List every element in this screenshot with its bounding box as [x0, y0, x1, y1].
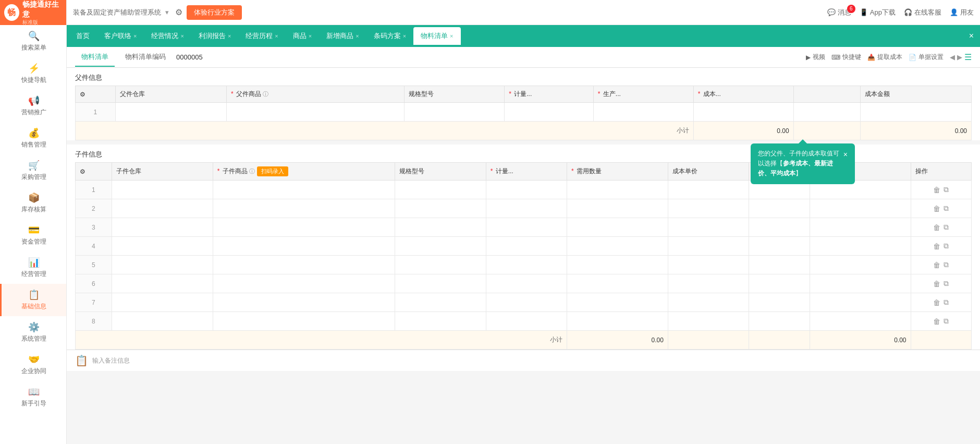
close-icon[interactable]: ×: [309, 33, 312, 39]
child-unit-price-1[interactable]: [668, 181, 749, 199]
child-unit-1[interactable]: [486, 181, 567, 199]
child-qty-8[interactable]: [567, 312, 668, 331]
menu-icon[interactable]: ☰: [964, 52, 972, 62]
message-btn[interactable]: 💬 消息 6: [827, 8, 851, 17]
sidebar-item-finance[interactable]: 💳 资金管理: [0, 219, 66, 251]
child-qty-3[interactable]: [567, 218, 668, 237]
child-spec-8[interactable]: [395, 312, 486, 331]
child-unit-price-4[interactable]: [668, 237, 749, 256]
child-qty-7[interactable]: [567, 293, 668, 312]
child-unit-price-8[interactable]: [668, 312, 749, 331]
child-spec-6[interactable]: [395, 274, 486, 293]
delete-icon[interactable]: 🗑: [933, 223, 940, 232]
child-warehouse-7[interactable]: [112, 293, 213, 312]
child-qty-1[interactable]: [567, 181, 668, 199]
note-placeholder[interactable]: 输入备注信息: [92, 356, 130, 365]
close-icon[interactable]: ×: [180, 33, 183, 39]
copy-icon[interactable]: ⧉: [944, 242, 949, 250]
tab-profit[interactable]: 利润报告 ×: [191, 27, 238, 45]
child-product-7[interactable]: [213, 293, 395, 312]
child-product-2[interactable]: [213, 199, 395, 218]
child-spec-4[interactable]: [395, 237, 486, 256]
delete-icon[interactable]: 🗑: [933, 317, 940, 326]
child-product-5[interactable]: [213, 256, 395, 274]
tab-home[interactable]: 首页: [69, 27, 97, 45]
child-unit-price-6[interactable]: [668, 274, 749, 293]
child-unit-price-5[interactable]: [668, 256, 749, 274]
child-unit-4[interactable]: [486, 237, 567, 256]
sub-tab-bom-list[interactable]: 物料清单: [75, 48, 115, 67]
child-unit-3[interactable]: [486, 218, 567, 237]
sidebar-item-search[interactable]: 🔍 搜索菜单: [0, 25, 66, 57]
child-unit-2[interactable]: [486, 199, 567, 218]
child-unit-5[interactable]: [486, 256, 567, 274]
parent-cost-cell[interactable]: [693, 103, 793, 122]
child-product-4[interactable]: [213, 237, 395, 256]
child-unit-price-2[interactable]: [668, 199, 749, 218]
sidebar-item-enterprise[interactable]: 🤝 企业协同: [0, 349, 66, 381]
parent-spec-cell[interactable]: [405, 103, 505, 122]
copy-icon[interactable]: ⧉: [944, 223, 949, 232]
tooltip-close-btn[interactable]: ×: [843, 149, 848, 160]
tab-history[interactable]: 经营历程 ×: [238, 27, 285, 45]
child-unit-8[interactable]: [486, 312, 567, 331]
child-product-8[interactable]: [213, 312, 395, 331]
close-icon[interactable]: ×: [275, 33, 278, 39]
parent-warehouse-cell[interactable]: [115, 103, 226, 122]
app-download-btn[interactable]: 📱 App下载: [860, 8, 896, 17]
child-product-1[interactable]: [213, 181, 395, 199]
child-unit-price-7[interactable]: [668, 293, 749, 312]
nav-next-btn[interactable]: ▶: [957, 53, 962, 61]
experience-btn[interactable]: 体验行业方案: [187, 5, 242, 20]
extract-cost-btn[interactable]: 📥 提取成本: [867, 53, 902, 62]
child-unit-price-3[interactable]: [668, 218, 749, 237]
child-spec-3[interactable]: [395, 218, 486, 237]
child-qty-4[interactable]: [567, 237, 668, 256]
sidebar-item-operations[interactable]: 📊 经营管理: [0, 251, 66, 284]
col-gear-header[interactable]: ⚙: [76, 86, 116, 103]
child-qty-2[interactable]: [567, 199, 668, 218]
tab-operations[interactable]: 经营情况 ×: [144, 27, 191, 45]
child-spec-7[interactable]: [395, 293, 486, 312]
copy-icon[interactable]: ⧉: [944, 298, 949, 307]
child-warehouse-3[interactable]: [112, 218, 213, 237]
copy-icon[interactable]: ⧉: [944, 204, 949, 213]
sidebar-item-sales[interactable]: 💰 销售管理: [0, 122, 66, 154]
child-spec-2[interactable]: [395, 199, 486, 218]
sidebar-item-basic-info[interactable]: 📋 基础信息: [0, 284, 66, 316]
child-qty-6[interactable]: [567, 274, 668, 293]
close-icon[interactable]: ×: [228, 33, 231, 39]
copy-icon[interactable]: ⧉: [944, 279, 949, 288]
child-qty-5[interactable]: [567, 256, 668, 274]
sidebar-item-quicknav[interactable]: ⚡ 快捷导航: [0, 57, 66, 90]
tab-new-product[interactable]: 新增商品 ×: [319, 27, 366, 45]
child-unit-7[interactable]: [486, 293, 567, 312]
child-product-6[interactable]: [213, 274, 395, 293]
sidebar-item-system[interactable]: ⚙️ 系统管理: [0, 316, 66, 349]
close-icon[interactable]: ×: [450, 33, 453, 39]
tab-bom[interactable]: 物料清单 ×: [413, 27, 460, 45]
child-spec-5[interactable]: [395, 256, 486, 274]
sidebar-item-guide[interactable]: 📖 新手引导: [0, 381, 66, 413]
parent-prod-cell[interactable]: [593, 103, 693, 122]
sidebar-item-purchase[interactable]: 🛒 采购管理: [0, 154, 66, 187]
child-warehouse-1[interactable]: [112, 181, 213, 199]
child-spec-1[interactable]: [395, 181, 486, 199]
child-warehouse-8[interactable]: [112, 312, 213, 331]
child-unit-6[interactable]: [486, 274, 567, 293]
copy-icon[interactable]: ⧉: [944, 185, 949, 194]
col-gear-header[interactable]: ⚙: [76, 163, 112, 181]
tab-customer[interactable]: 客户联络 ×: [97, 27, 144, 45]
sidebar-item-inventory[interactable]: 📦 库存核算: [0, 187, 66, 219]
parent-product-cell[interactable]: [227, 103, 405, 122]
info-icon[interactable]: ⓘ: [263, 91, 268, 97]
shortcut-btn[interactable]: ⌨ 快捷键: [831, 53, 861, 62]
delete-icon[interactable]: 🗑: [933, 280, 940, 288]
child-product-3[interactable]: [213, 218, 395, 237]
info-icon[interactable]: ⓘ: [249, 168, 255, 174]
child-warehouse-2[interactable]: [112, 199, 213, 218]
close-icon[interactable]: ×: [403, 33, 406, 39]
copy-icon[interactable]: ⧉: [944, 317, 949, 326]
settings-icon[interactable]: ⚙: [175, 7, 182, 17]
delete-icon[interactable]: 🗑: [933, 205, 940, 213]
